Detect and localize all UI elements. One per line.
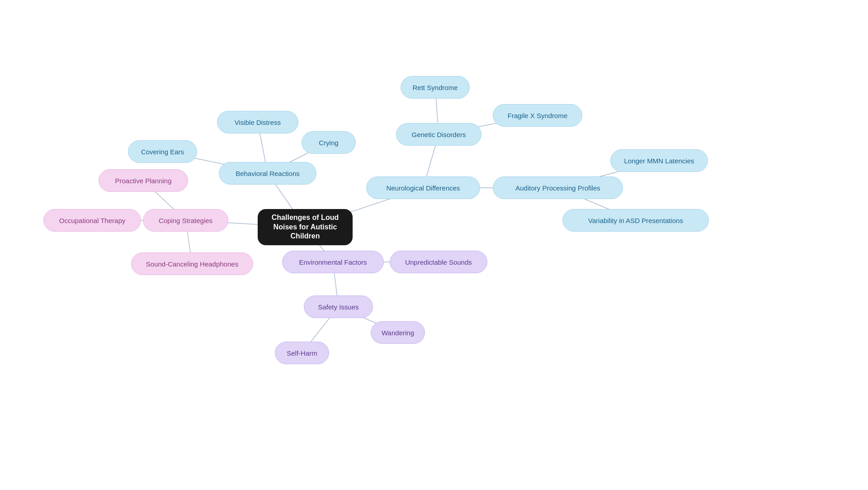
node-proactive-planning[interactable]: Proactive Planning (99, 169, 188, 192)
node-environmental-factors[interactable]: Environmental Factors (282, 251, 384, 273)
mind-map-container: Challenges of Loud Noises for Autistic C… (0, 0, 868, 490)
node-crying[interactable]: Crying (302, 131, 356, 154)
node-fragile-x[interactable]: Fragile X Syndrome (493, 104, 582, 127)
node-genetic-disorders[interactable]: Genetic Disorders (396, 123, 481, 146)
node-longer-mmn[interactable]: Longer MMN Latencies (610, 149, 708, 172)
node-covering-ears[interactable]: Covering Ears (128, 140, 197, 163)
node-coping-strategies[interactable]: Coping Strategies (143, 209, 228, 232)
node-neurological-differences[interactable]: Neurological Differences (366, 176, 480, 199)
node-occupational-therapy[interactable]: Occupational Therapy (43, 209, 141, 232)
node-variability-asd[interactable]: Variability in ASD Presentations (562, 209, 709, 232)
node-sound-canceling[interactable]: Sound-Canceling Headphones (131, 252, 253, 275)
node-auditory-processing[interactable]: Auditory Processing Profiles (493, 176, 623, 199)
node-safety-issues[interactable]: Safety Issues (304, 295, 373, 318)
node-center[interactable]: Challenges of Loud Noises for Autistic C… (258, 209, 353, 245)
node-self-harm[interactable]: Self-Harm (275, 342, 329, 364)
connections-svg (0, 0, 868, 490)
node-wandering[interactable]: Wandering (371, 321, 425, 344)
node-behavioral-reactions[interactable]: Behavioral Reactions (219, 162, 316, 185)
node-rett-syndrome[interactable]: Rett Syndrome (401, 76, 470, 99)
node-visible-distress[interactable]: Visible Distress (217, 111, 298, 133)
node-unpredictable-sounds[interactable]: Unpredictable Sounds (390, 251, 487, 273)
